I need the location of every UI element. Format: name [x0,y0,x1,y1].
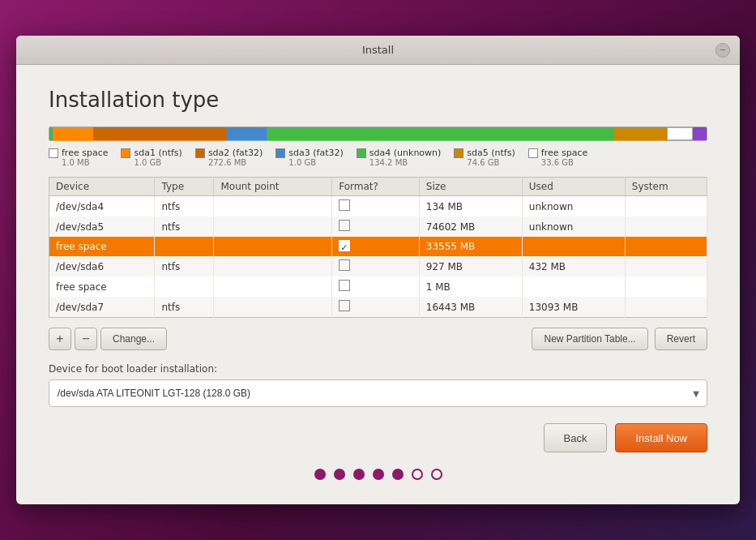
window: Install − Installation type free space1.… [16,36,740,504]
table-cell [214,237,332,256]
table-header: Device Type Mount point Format? Size Use… [49,178,707,196]
partition-bar-container [49,126,707,141]
partition-legend: free space1.0 MBsda1 (ntfs)1.0 GBsda2 (f… [49,148,707,167]
table-cell: 74602 MB [419,216,522,237]
change-button[interactable]: Change... [100,328,167,350]
bootloader-label: Device for boot loader installation: [49,363,707,375]
table-cell: 16443 MB [419,297,522,318]
install-now-button[interactable]: Install Now [615,423,707,452]
col-type: Type [155,178,214,196]
col-size: Size [419,178,522,196]
table-cell: ntfs [155,256,214,276]
back-button[interactable]: Back [544,423,608,452]
revert-button[interactable]: Revert [655,328,707,350]
bootloader-select[interactable]: /dev/sda ATA LITEONIT LGT-128 (128.0 GB) [49,379,707,407]
table-cell: /dev/sda7 [49,297,155,318]
table-cell: 134 MB [419,196,522,217]
format-checkbox[interactable] [339,259,350,271]
progress-dot-6 [412,469,423,480]
table-row[interactable]: /dev/sda5ntfs74602 MBunknown [49,216,707,237]
table-cell [625,256,707,276]
toolbar-right: New Partition Table... Revert [532,328,707,350]
table-cell [214,196,332,217]
minimize-button[interactable]: − [715,43,730,58]
page-title: Installation type [49,88,707,112]
bootloader-select-wrapper: /dev/sda ATA LITEONIT LGT-128 (128.0 GB) [49,379,707,407]
table-cell: ntfs [155,216,214,237]
table-cell: /dev/sda4 [49,196,155,217]
legend-item: sda3 (fat32)1.0 GB [275,148,343,167]
table-cell [522,237,625,256]
table-cell: /dev/sda5 [49,216,155,237]
col-device: Device [49,178,155,196]
progress-dot-3 [353,469,365,480]
main-content: Installation type free space1.0 MBsda1 (… [16,65,740,504]
col-system: System [625,178,707,196]
table-cell [214,297,332,318]
table-cell: 432 MB [522,256,625,276]
format-checkbox[interactable] [339,300,350,311]
table-cell: unknown [522,216,625,237]
partition-table: Device Type Mount point Format? Size Use… [49,177,707,318]
table-cell [155,276,214,297]
table-row[interactable]: free space1 MB [49,276,707,297]
col-used: Used [522,178,625,196]
remove-button[interactable]: − [75,328,97,350]
table-cell: /dev/sda6 [49,256,155,276]
table-row[interactable]: /dev/sda7ntfs16443 MB13093 MB [49,297,707,318]
legend-item: sda4 (unknown)134.2 MB [357,148,442,167]
nav-buttons: Back Install Now [49,423,707,452]
table-cell [625,237,707,256]
table-cell: ntfs [155,196,214,217]
table-body: /dev/sda4ntfs134 MBunknown/dev/sda5ntfs7… [49,196,707,318]
legend-item: sda2 (fat32)272.6 MB [195,148,263,167]
table-row[interactable]: /dev/sda4ntfs134 MBunknown [49,196,707,217]
new-partition-table-button[interactable]: New Partition Table... [532,328,647,350]
progress-dot-1 [314,469,326,480]
table-cell: 13093 MB [522,297,625,318]
table-cell: ntfs [155,297,214,318]
table-cell [214,276,332,297]
col-format: Format? [332,178,420,196]
table-cell: free space [49,237,155,256]
partition-bar [49,126,707,141]
titlebar: Install − [16,36,740,65]
table-cell: 1 MB [419,276,522,297]
table-cell [625,196,707,217]
window-title: Install [362,44,394,56]
table-cell [625,216,707,237]
table-row[interactable]: free space✓33555 MB [49,237,707,256]
table-cell [214,216,332,237]
table-cell: free space [49,276,155,297]
progress-dot-7 [431,469,442,480]
toolbar: + − Change... New Partition Table... Rev… [49,328,707,350]
legend-item: free space1.0 MB [49,148,108,167]
format-checkbox[interactable] [339,280,350,291]
add-button[interactable]: + [49,328,71,350]
progress-dots [49,469,707,485]
col-mount: Mount point [214,178,332,196]
table-cell [155,237,214,256]
progress-dot-2 [334,469,345,480]
table-cell: 33555 MB [419,237,522,256]
table-row[interactable]: /dev/sda6ntfs927 MB432 MB [49,256,707,276]
legend-item: sda1 (ntfs)1.0 GB [121,148,182,167]
table-cell [625,276,707,297]
format-checkbox[interactable] [339,220,350,231]
table-cell [625,297,707,318]
progress-dot-5 [392,469,404,480]
table-cell: unknown [522,196,625,217]
table-cell [214,256,332,276]
format-checkbox[interactable] [339,199,350,211]
format-checkbox[interactable]: ✓ [339,240,350,251]
table-cell: 927 MB [419,256,522,276]
legend-item: free space33.6 GB [528,148,587,167]
legend-item: sda5 (ntfs)74.6 GB [454,148,515,167]
table-cell [522,276,625,297]
progress-dot-4 [373,469,384,480]
